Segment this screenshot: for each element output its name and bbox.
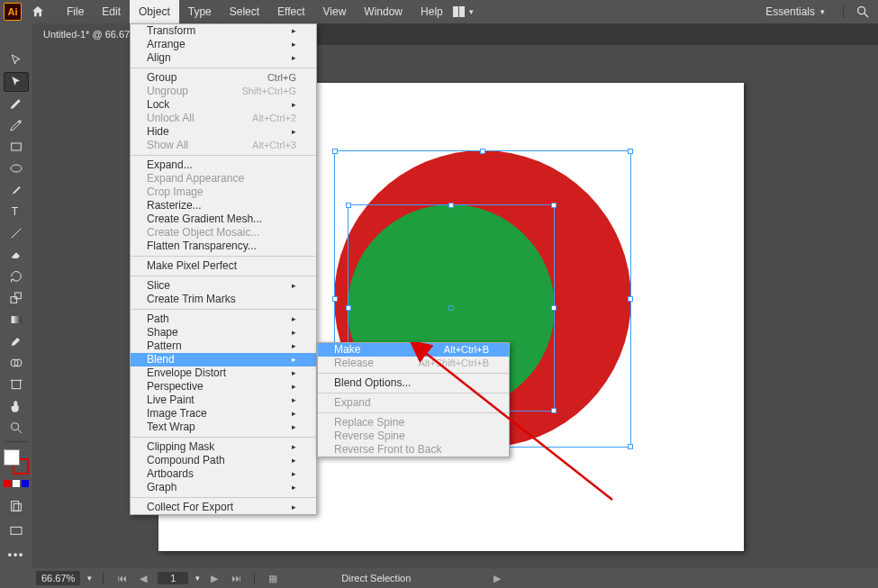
submenu-arrow-icon: ▸ — [292, 339, 296, 353]
submenu-arrow-icon: ▸ — [292, 38, 296, 51]
paintbrush-tool[interactable] — [4, 180, 29, 200]
draw-mode-icon[interactable] — [4, 496, 29, 516]
menubar-item-effect[interactable]: Effect — [268, 0, 313, 23]
prev-artboard-button[interactable]: ◀ — [136, 571, 150, 585]
object-menu-item-slice[interactable]: Slice▸ — [131, 279, 316, 293]
blend-menu-item-make[interactable]: MakeAlt+Ctrl+B — [318, 343, 509, 357]
object-menu-item-make-pixel-perfect[interactable]: Make Pixel Perfect — [131, 259, 316, 273]
object-menu-item-expand[interactable]: Expand... — [131, 158, 316, 172]
chevron-down-icon[interactable]: ▾ — [87, 574, 92, 583]
submenu-arrow-icon: ▸ — [292, 279, 296, 293]
svg-rect-14 — [12, 380, 20, 388]
zoom-tool[interactable] — [4, 418, 29, 438]
direct-selection-tool[interactable] — [4, 72, 29, 92]
object-menu-item-rasterize[interactable]: Rasterize... — [131, 199, 316, 213]
menubar-item-type[interactable]: Type — [179, 0, 221, 23]
menubar-item-object[interactable]: Object — [130, 0, 179, 23]
submenu-arrow-icon: ▸ — [292, 353, 296, 366]
svg-line-18 — [18, 430, 22, 433]
object-menu-item-expand-appearance: Expand Appearance — [131, 172, 316, 185]
rectangle-tool[interactable] — [4, 137, 29, 157]
submenu-arrow-icon: ▸ — [292, 407, 296, 421]
menubar-item-window[interactable]: Window — [355, 0, 412, 23]
shape-builder-tool[interactable] — [4, 353, 29, 373]
chevron-down-icon[interactable]: ▾ — [195, 574, 200, 583]
type-tool[interactable]: T — [4, 202, 29, 222]
submenu-arrow-icon: ▸ — [292, 421, 296, 434]
svg-line-3 — [864, 14, 868, 17]
menubar-item-select[interactable]: Select — [221, 0, 268, 23]
search-icon[interactable] — [853, 2, 873, 22]
ellipse-tool[interactable] — [4, 158, 29, 178]
pen-tool[interactable] — [4, 94, 29, 113]
hand-tool[interactable] — [4, 396, 29, 416]
svg-rect-9 — [11, 297, 17, 303]
home-icon[interactable] — [27, 1, 49, 23]
artboard-tool[interactable] — [4, 375, 29, 394]
fill-swatch[interactable] — [4, 449, 20, 466]
object-menu-item-hide[interactable]: Hide▸ — [131, 125, 316, 139]
object-menu-item-align[interactable]: Align▸ — [131, 51, 316, 65]
svg-rect-20 — [14, 503, 21, 511]
scale-tool[interactable] — [4, 288, 29, 308]
artboard-nav-icon[interactable]: ▦ — [266, 571, 280, 585]
eyedropper-tool[interactable] — [4, 331, 29, 351]
screen-mode-icon[interactable] — [4, 521, 29, 541]
object-menu-item-pattern[interactable]: Pattern▸ — [131, 339, 316, 353]
object-menu-item-image-trace[interactable]: Image Trace▸ — [131, 407, 316, 421]
menubar-item-file[interactable]: File — [58, 0, 93, 23]
color-mode-row[interactable] — [4, 480, 29, 487]
workspace-switcher[interactable]: Essentials ▾ — [756, 2, 834, 22]
edit-toolbar-icon[interactable]: ••• — [8, 548, 25, 561]
object-menu-item-blend[interactable]: Blend▸ — [131, 353, 316, 366]
menubar-item-edit[interactable]: Edit — [93, 0, 130, 23]
object-menu-item-live-paint[interactable]: Live Paint▸ — [131, 394, 316, 407]
object-menu-item-crop-image: Crop Image — [131, 185, 316, 199]
object-menu-item-clipping-mask[interactable]: Clipping Mask▸ — [131, 440, 316, 454]
submenu-arrow-icon: ▸ — [292, 454, 296, 467]
fill-stroke-swatch[interactable] — [4, 449, 29, 475]
zoom-field[interactable]: 66.67% — [36, 571, 80, 585]
first-artboard-button[interactable]: ⏮ — [114, 571, 129, 585]
last-artboard-button[interactable]: ⏭ — [229, 571, 243, 585]
object-menu-item-envelope-distort[interactable]: Envelope Distort▸ — [131, 366, 316, 380]
rotate-tool[interactable] — [4, 267, 29, 286]
blend-menu-item-replace-spine: Replace Spine — [318, 416, 509, 430]
object-menu-item-perspective[interactable]: Perspective▸ — [131, 380, 316, 394]
artboard-number-field[interactable]: 1 — [158, 572, 188, 584]
object-menu-item-collect-for-export[interactable]: Collect For Export▸ — [131, 501, 316, 514]
object-menu-item-show-all: Show AllAlt+Ctrl+3 — [131, 139, 316, 152]
object-menu-item-arrange[interactable]: Arrange▸ — [131, 38, 316, 51]
submenu-arrow-icon: ▸ — [292, 312, 296, 326]
menubar: Ai FileEditObjectTypeSelectEffectViewWin… — [0, 0, 878, 23]
menubar-item-help[interactable]: Help — [412, 0, 452, 23]
submenu-arrow-icon: ▸ — [292, 501, 296, 514]
current-tool-label: Direct Selection — [341, 573, 411, 583]
blend-menu-item-blend-options[interactable]: Blend Options... — [318, 376, 509, 390]
object-menu-item-create-gradient-mesh[interactable]: Create Gradient Mesh... — [131, 213, 316, 226]
statusbar: 66.67% ▾ ⏮ ◀ 1 ▾ ▶ ⏭ ▦ Direct Selection … — [0, 568, 878, 588]
object-menu-item-graph[interactable]: Graph▸ — [131, 481, 316, 494]
object-menu-item-lock[interactable]: Lock▸ — [131, 98, 316, 112]
next-artboard-button[interactable]: ▶ — [207, 571, 222, 585]
svg-rect-1 — [459, 6, 465, 17]
object-menu-item-text-wrap[interactable]: Text Wrap▸ — [131, 421, 316, 434]
object-menu-item-transform[interactable]: Transform▸ — [131, 24, 316, 38]
curvature-tool[interactable] — [4, 115, 29, 135]
eraser-tool[interactable] — [4, 245, 29, 265]
layout-switcher-icon[interactable]: ▾ — [452, 2, 475, 22]
object-menu-item-flatten-transparency[interactable]: Flatten Transparency... — [131, 240, 316, 253]
object-menu-item-compound-path[interactable]: Compound Path▸ — [131, 454, 316, 467]
object-menu-item-artboards[interactable]: Artboards▸ — [131, 467, 316, 481]
gradient-tool[interactable] — [4, 310, 29, 330]
object-menu-item-create-trim-marks[interactable]: Create Trim Marks — [131, 293, 316, 306]
object-menu-item-shape[interactable]: Shape▸ — [131, 326, 316, 339]
svg-point-2 — [858, 7, 865, 14]
object-menu-item-group[interactable]: GroupCtrl+G — [131, 71, 316, 85]
line-tool[interactable] — [4, 223, 29, 243]
chevron-down-icon: ▾ — [820, 2, 825, 22]
selection-tool[interactable] — [4, 50, 29, 70]
status-play-icon[interactable]: ▶ — [490, 571, 504, 585]
object-menu-item-path[interactable]: Path▸ — [131, 312, 316, 326]
menubar-item-view[interactable]: View — [314, 0, 356, 23]
